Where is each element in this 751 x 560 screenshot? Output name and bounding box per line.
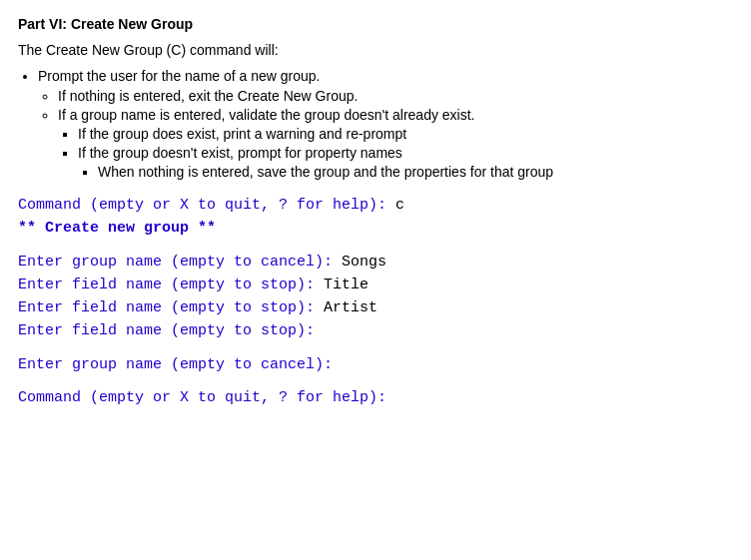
- bullet-item-1: Prompt the user for the name of a new gr…: [38, 68, 733, 180]
- spacer-1: [18, 241, 733, 251]
- terminal-line-1: Command (empty or X to quit, ? for help)…: [18, 194, 733, 217]
- intro-text: The Create New Group (C) command will:: [18, 42, 733, 58]
- sub-sub-item-2: If the group doesn't exist, prompt for p…: [78, 145, 733, 180]
- main-bullet-list: Prompt the user for the name of a new gr…: [38, 68, 733, 180]
- page-title: Part VI: Create New Group: [18, 16, 733, 32]
- sub-sub-sub-item-1: When nothing is entered, save the group …: [98, 164, 733, 180]
- terminal-line-9: Enter group name (empty to cancel):: [18, 353, 733, 376]
- sub-sub-list-1: If the group does exist, print a warning…: [78, 126, 733, 180]
- sub-item-1: If nothing is entered, exit the Create N…: [58, 88, 733, 104]
- sub-list-1: If nothing is entered, exit the Create N…: [58, 88, 733, 180]
- spacer-3: [18, 376, 733, 386]
- terminal-line-7: Enter field name (empty to stop):: [18, 319, 733, 342]
- sub-item-2: If a group name is entered, validate the…: [58, 107, 733, 180]
- terminal-line-11: Command (empty or X to quit, ? for help)…: [18, 386, 733, 409]
- sub-sub-sub-list-1: When nothing is entered, save the group …: [98, 164, 733, 180]
- terminal-block: Command (empty or X to quit, ? for help)…: [18, 194, 733, 409]
- terminal-line-2: ** Create new group **: [18, 217, 733, 240]
- terminal-line-5: Enter field name (empty to stop): Title: [18, 274, 733, 296]
- spacer-2: [18, 343, 733, 353]
- terminal-line-6: Enter field name (empty to stop): Artist: [18, 296, 733, 319]
- sub-sub-item-1: If the group does exist, print a warning…: [78, 126, 733, 142]
- terminal-line-4: Enter group name (empty to cancel): Song…: [18, 251, 733, 274]
